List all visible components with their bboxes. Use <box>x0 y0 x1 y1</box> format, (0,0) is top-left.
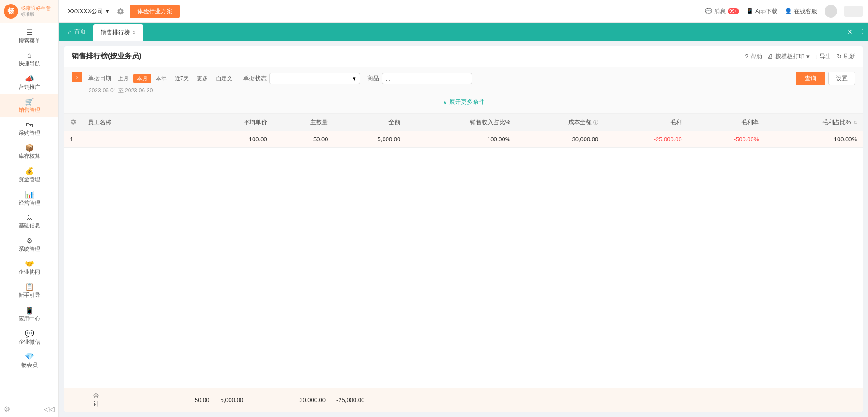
sidebar-item-guide[interactable]: 📋 新手引导 <box>0 279 58 302</box>
message-btn[interactable]: 💬 消息 99+ <box>705 7 739 15</box>
print-dropdown-icon: ▾ <box>806 53 810 60</box>
logo-sub: 标准版 <box>21 11 51 18</box>
status-select[interactable]: ▾ <box>269 73 360 84</box>
sidebar-settings-btn[interactable]: ⚙ <box>4 405 10 413</box>
table-row: 1 100.00 50.00 5,000.00 100.00% 30,000.0… <box>64 131 863 148</box>
sidebar-item-sales[interactable]: 🛒 销售管理 <box>0 94 58 117</box>
app-center-icon: 📱 <box>25 306 34 315</box>
expand-more-btn[interactable]: ∨ 展开更多条件 <box>443 98 484 106</box>
user-avatar[interactable] <box>825 5 837 18</box>
logo-icon: 畅 <box>4 4 18 19</box>
sidebar-item-system[interactable]: ⚙ 系统管理 <box>0 233 58 256</box>
message-badge: 99+ <box>728 8 739 14</box>
nav-label-marketing: 营销推广 <box>19 84 40 90</box>
industry-btn[interactable]: 体验行业方案 <box>130 5 180 18</box>
cooperation-icon: 🤝 <box>25 259 34 268</box>
td-gross: -25,000.00 <box>604 131 687 148</box>
tab-expand-icon[interactable]: ⛶ <box>856 28 863 35</box>
table-container: 员工名称 平均单价 主数量 全额 销售收入占比% 成本全额 ⓘ 毛利 毛利率 <box>64 114 863 388</box>
nav-label-operations: 经营管理 <box>19 200 40 206</box>
nav-label-basic-info: 基础信息 <box>19 222 40 229</box>
expand-more-row: ∨ 展开更多条件 <box>72 95 855 109</box>
sidebar-item-search[interactable]: ☰ 搜索菜单 <box>0 24 58 48</box>
date-tab-2[interactable]: 本年 <box>152 74 170 83</box>
refresh-icon: ↻ <box>837 53 842 60</box>
nav-label-purchase: 采购管理 <box>19 130 40 136</box>
date-tab-1[interactable]: 本月 <box>133 74 151 83</box>
sidebar-item-wechat[interactable]: 💬 企业微信 <box>0 326 58 349</box>
tab-close-window-icon[interactable]: ✕ <box>847 28 853 35</box>
tabbar-right: ✕ ⛶ <box>847 28 866 35</box>
gross-pct-sort-icon[interactable]: ⇅ <box>854 120 857 125</box>
date-tab-5[interactable]: 自定义 <box>212 74 236 83</box>
wechat-icon: 💬 <box>25 329 34 338</box>
sidebar-item-shortcuts[interactable]: ⌂ 快捷导航 <box>0 48 58 70</box>
nav-label-search: 搜索菜单 <box>19 38 40 44</box>
nav-label-guide: 新手引导 <box>19 292 40 298</box>
sidebar-item-purchase[interactable]: 🛍 采购管理 <box>0 117 58 140</box>
online-service-icon: 👤 <box>785 8 792 14</box>
company-dropdown-icon: ▾ <box>106 8 109 14</box>
page-actions: ? 帮助 🖨 按模板打印 ▾ ↓ 导出 ↻ 刷新 <box>745 53 855 61</box>
column-settings-icon[interactable] <box>70 119 77 125</box>
data-table: 员工名称 平均单价 主数量 全额 销售收入占比% 成本全额 ⓘ 毛利 毛利率 <box>64 114 863 148</box>
sidebar-item-marketing[interactable]: 📣 营销推广 <box>0 71 58 94</box>
sidebar-item-finance[interactable]: 💰 资金管理 <box>0 163 58 186</box>
td-gross-pct: 100.00% <box>764 131 863 148</box>
filter-area: › 单据日期 上月本月本年近7天更多自定义 单据状态 <box>64 67 863 114</box>
help-btn[interactable]: ? 帮助 <box>745 53 762 61</box>
tab-sales-ranking[interactable]: 销售排行榜 × <box>93 24 143 41</box>
refresh-btn[interactable]: ↻ 刷新 <box>837 53 855 61</box>
tab-active-label: 销售排行榜 <box>101 29 130 37</box>
status-select-arrow: ▾ <box>353 75 356 82</box>
tab-home-label: 首页 <box>74 28 86 36</box>
app-download-btn[interactable]: 📱 App下载 <box>746 7 777 15</box>
template-print-btn[interactable]: 🖨 按模板打印 ▾ <box>767 53 810 61</box>
page-content: 销售排行榜(按业务员) ? 帮助 🖨 按模板打印 ▾ ↓ 导出 <box>59 41 868 417</box>
filter-collapse-btn[interactable]: › <box>72 72 82 82</box>
help-label: 帮助 <box>750 53 762 61</box>
topbar: XXXXXX公司 ▾ 体验行业方案 💬 消息 99+ 📱 App下载 👤 在线客… <box>59 0 868 23</box>
footer-cost: 30,000.00 <box>294 397 331 403</box>
date-tab-3[interactable]: 近7天 <box>171 74 192 83</box>
sidebar-item-basic-info[interactable]: 🗂 基础信息 <box>0 210 58 232</box>
query-btn[interactable]: 查询 <box>796 72 825 85</box>
nav-label-member: 畅会员 <box>21 362 38 368</box>
settings-btn[interactable]: 设置 <box>828 72 855 85</box>
sidebar-item-cooperation[interactable]: 🤝 企业协同 <box>0 256 58 279</box>
footer-gross: -25,000.00 <box>331 397 370 403</box>
company-selector[interactable]: XXXXXX公司 ▾ <box>64 5 113 17</box>
cost-info-icon[interactable]: ⓘ <box>593 120 598 125</box>
sidebar-collapse-btn[interactable]: ◁◁ <box>44 405 55 413</box>
th-settings[interactable] <box>64 114 82 131</box>
sidebar-item-member[interactable]: 💎 畅会员 <box>0 349 58 372</box>
footer-amount: 5,000.00 <box>215 397 249 403</box>
system-icon: ⚙ <box>26 236 33 245</box>
date-tab-0[interactable]: 上月 <box>114 74 132 83</box>
date-tab-4[interactable]: 更多 <box>193 74 211 83</box>
th-gross-pct: 毛利占比% ⇅ <box>764 114 863 131</box>
tab-close-btn[interactable]: × <box>133 29 136 36</box>
sidebar-item-app-center[interactable]: 📱 应用中心 <box>0 302 58 326</box>
export-icon: ↓ <box>815 53 818 60</box>
tab-home[interactable]: ⌂ 首页 <box>61 23 93 41</box>
th-amount: 全额 <box>333 114 406 131</box>
online-service-label: 在线客服 <box>794 7 817 15</box>
company-name: XXXXXX公司 <box>68 7 103 15</box>
footer-main-qty: 50.00 <box>189 397 215 403</box>
operations-icon: 📊 <box>25 190 34 199</box>
sidebar-bottom: ⚙ ◁◁ <box>0 401 58 417</box>
sidebar-item-operations[interactable]: 📊 经营管理 <box>0 187 58 210</box>
user-name-placeholder <box>844 6 863 17</box>
goods-input[interactable] <box>382 73 472 84</box>
table-header-row: 员工名称 平均单价 主数量 全额 销售收入占比% 成本全额 ⓘ 毛利 毛利率 <box>64 114 863 131</box>
app-download-icon: 📱 <box>746 8 753 14</box>
settings-gear-icon[interactable] <box>116 7 125 15</box>
app-download-label: App下载 <box>755 7 777 15</box>
sidebar-item-inventory[interactable]: 📦 库存核算 <box>0 140 58 163</box>
online-service-btn[interactable]: 👤 在线客服 <box>785 7 817 15</box>
logo: 畅 畅康通好生意 标准版 <box>0 0 58 23</box>
message-icon: 💬 <box>705 8 712 14</box>
marketing-icon: 📣 <box>25 74 34 83</box>
export-btn[interactable]: ↓ 导出 <box>815 53 832 61</box>
